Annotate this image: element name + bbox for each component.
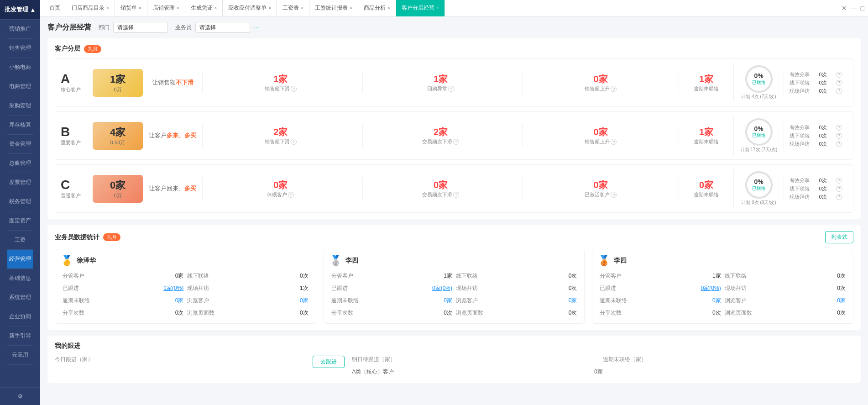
salesperson-card-1: 🥈李四分管客户1家线下联络0次已跟进0家(0%)现场拜访0次逾期未联络0家浏览客… [324,249,585,324]
sp-stat-val-0-2[interactable]: 1家(0%) [163,284,183,292]
dept-select[interactable]: 请选择 [113,22,168,33]
tier-metric-A-2: 0家销售额上升? [522,71,679,94]
tier-count-box-C: 0家0万 [93,175,143,203]
salesperson-card-2: 🥉李四分管客户1家线下联络0次已跟进0家(0%)现场拜访0次逾期未联络0家浏览客… [592,249,853,324]
tab-ap-adjust[interactable]: 应收应付调整单 × [223,0,277,16]
tab-close-goods-analysis[interactable]: × [387,5,390,11]
sp-stat-val-2-2[interactable]: 0家(0%) [701,284,721,292]
sp-stat-2-6: 分享次数0次 [598,308,722,318]
followup-overdue-col: 逾期未联络（家） [603,356,853,367]
customer-tier-title: 客户分层 [55,45,80,53]
tab-close-store-manage[interactable]: × [177,5,179,11]
sidebar-item-yingxiao[interactable]: 营销推广 [7,20,33,39]
info-icon-B-2[interactable]: ? [611,139,617,145]
sp-stat-val-2-4[interactable]: 0家 [712,297,721,305]
sp-medal-1: 🥈 [329,255,342,267]
tier-right-stats-A: 有效分享0次?线下联络0次?现场拜访0次? [784,69,847,96]
list-view-button[interactable]: 列表式 [825,231,853,243]
sidebar-item-jingying[interactable]: 经营管理 [7,250,33,269]
tab-salary-stat[interactable]: 工资统计报表 × [309,0,358,16]
tier-metric-C-0: 0家休眠客户? [202,177,359,200]
filter-more-icon[interactable]: ··· [254,24,259,31]
sidebar-item-xitong[interactable]: 系统管理 [7,288,33,307]
right-stat-info-A-0[interactable]: ? [836,72,842,78]
sidebar-item-kucun[interactable]: 库存核算 [7,116,33,135]
tab-goods-analysis[interactable]: 商品分析 × [358,0,396,16]
circle-gauge-C: 0%已联络 [745,171,773,199]
tab-close-gen-voucher[interactable]: × [214,5,217,11]
info-icon-C-1[interactable]: ? [453,192,459,198]
sidebar-item-yun[interactable]: 云应用 [7,346,33,365]
sidebar-item-xiaodiandian[interactable]: 小畅电商 [7,58,33,77]
sp-stat-val-0-5[interactable]: 0家 [300,297,309,305]
sp-stat-2-3: 现场拜访0次 [723,284,847,293]
customer-tier-month: 九月 [84,45,101,53]
right-stat-info-B-0[interactable]: ? [836,125,842,131]
info-icon-C-0[interactable]: ? [288,192,294,198]
right-stat-info-B-1[interactable]: ? [836,133,842,139]
right-stat-info-B-2[interactable]: ? [836,141,842,147]
tier-circle-B: 0%已联络计划 17次 (7天/次) [733,116,784,155]
sp-stat-val-2-5[interactable]: 0家 [837,297,846,305]
sidebar-item-jichu[interactable]: 基础信息 [7,269,33,288]
sidebar-item-zijin[interactable]: 资金管理 [7,135,33,154]
tab-label-goods-analysis: 商品分析 [364,4,386,12]
dept-label: 部门 [99,24,110,32]
tab-close-ap-adjust[interactable]: × [268,5,271,11]
sp-stat-val-1-2[interactable]: 0家(0%) [432,284,452,292]
salesperson-select[interactable]: 请选择 [195,22,250,33]
dept-filter-group: 部门 请选择 [99,22,168,33]
right-stat-row-C-2: 现场拜访0次? [790,194,842,200]
window-max-icon[interactable]: □ [861,5,864,12]
right-stat-row-C-0: 有效分享0次? [790,177,842,184]
right-stat-info-A-2[interactable]: ? [836,88,842,94]
window-close-icon[interactable]: ✕ [842,5,847,12]
sidebar-item-dianshanglr[interactable]: 电商管理 [7,77,33,96]
sidebar-header[interactable]: 批发管理 ▲ [0,0,40,20]
tab-customer-tier[interactable]: 客户分层经营 × [396,0,445,16]
sidebar-item-xinshou[interactable]: 新手引导 [7,326,33,346]
window-min-icon[interactable]: — [851,5,857,12]
tab-home[interactable]: 首页 [44,0,66,16]
tab-salary[interactable]: 工资表 × [277,0,309,16]
tab-close-salary-stat[interactable]: × [350,5,352,11]
tier-contact-C: 0家逾期未联络 [679,177,733,200]
sp-stat-val-1-5[interactable]: 0家 [569,297,577,305]
right-stat-info-C-1[interactable]: ? [836,186,842,192]
sidebar-gear-icon[interactable]: ⚙ [0,387,40,405]
sidebar-item-fapiao[interactable]: 发票管理 [7,173,33,192]
right-stat-info-C-2[interactable]: ? [836,194,842,200]
info-icon-A-2[interactable]: ? [611,86,617,92]
sidebar-item-qiye[interactable]: 企业协同 [7,307,33,326]
sp-stat-val-1-4[interactable]: 0家 [444,297,452,305]
info-icon-B-1[interactable]: ? [453,139,459,145]
tab-store-goods[interactable]: 门店商品目录 × [66,0,115,16]
sp-stat-val-0-3: 1次 [300,284,309,292]
sidebar-item-shuiwu[interactable]: 税务管理 [7,192,33,211]
right-stat-row-B-2: 现场拜访0次? [790,141,842,147]
tab-close-customer-tier[interactable]: × [436,5,439,11]
info-icon-C-2[interactable]: ? [611,192,617,198]
tab-close-store-goods[interactable]: × [106,5,109,11]
sp-stat-val-0-4[interactable]: 0家 [175,297,184,305]
sidebar-item-gudingzc[interactable]: 固定资产 [7,211,33,231]
sidebar-item-caigou[interactable]: 采购管理 [7,96,33,116]
info-icon-B-0[interactable]: ? [291,139,297,145]
tab-sale-order[interactable]: 销货单 × [115,0,147,16]
right-stat-info-C-0[interactable]: ? [836,178,842,184]
tab-close-salary[interactable]: × [301,5,303,11]
page-header: 客户分层经营 部门 请选择 业务员 请选择 ··· [47,22,861,33]
tier-name-C: 普通客户 [61,192,93,199]
sidebar-item-xiaoshou[interactable]: 销售管理 [7,39,33,58]
tab-store-manage[interactable]: 店铺管理 × [147,0,185,16]
sidebar-item-zongzhang[interactable]: 总账管理 [7,154,33,173]
tab-gen-voucher[interactable]: 生成凭证 × [185,0,223,16]
followup-title: 我的跟进 [55,342,80,350]
tab-close-sale-order[interactable]: × [139,5,141,11]
info-icon-A-0[interactable]: ? [291,86,297,92]
sidebar-item-gongzi[interactable]: 工资 [7,231,33,250]
goto-followup-button[interactable]: 去跟进 [313,356,345,368]
sp-stat-0-4: 逾期未联络0家 [61,296,185,305]
info-icon-A-1[interactable]: ? [448,86,454,92]
right-stat-info-A-1[interactable]: ? [836,80,842,86]
